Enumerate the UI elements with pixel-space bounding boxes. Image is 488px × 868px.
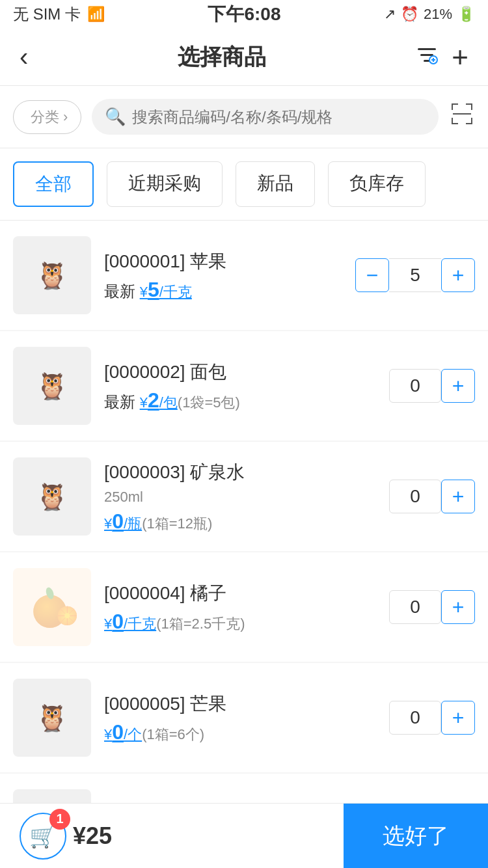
product-name: [0000001] 苹果 (104, 249, 342, 274)
quantity-input[interactable] (389, 701, 441, 735)
category-arrow: › (63, 109, 68, 126)
add-icon[interactable]: + (452, 41, 468, 74)
svg-rect-0 (418, 48, 436, 50)
product-info: [0000005] 芒果 ¥0/个(1箱=6个) (104, 692, 376, 744)
increase-button[interactable]: + (441, 590, 475, 624)
tab-negative[interactable]: 负库存 (328, 161, 426, 207)
nav-left[interactable]: ‹ (20, 42, 28, 72)
product-info: [0000002] 面包 最新 ¥2/包(1袋=5包) (104, 360, 376, 413)
product-image: 🦉 (13, 457, 91, 536)
increase-button[interactable]: + (441, 701, 475, 735)
search-input[interactable] (132, 108, 426, 126)
status-time: 下午6:08 (208, 2, 280, 27)
cart-button[interactable]: 🛒 1 (20, 813, 66, 860)
status-right: ↗ ⏰ 21% 🔋 (384, 6, 475, 23)
list-item: [0000004] 橘子 ¥0/千克(1箱=2.5千克) + (0, 552, 488, 662)
product-info: [0000004] 橘子 ¥0/千克(1箱=2.5千克) (104, 581, 376, 634)
list-item: 🦉 [0000002] 面包 最新 ¥2/包(1袋=5包) + (0, 331, 488, 441)
sim-label: 无 SIM 卡 (13, 4, 81, 25)
product-spec: 250ml (104, 489, 376, 506)
product-price: ¥0/千克(1箱=2.5千克) (104, 610, 376, 634)
product-list: 🦉 [0000001] 苹果 最新 ¥5/千克 − + 🦉 [0000002] … (0, 221, 488, 868)
list-item: 🦉 [0000003] 矿泉水 250ml ¥0/瓶(1箱=12瓶) + (0, 442, 488, 551)
product-name: [0000002] 面包 (104, 360, 376, 385)
product-image: 🦉 (13, 347, 91, 425)
product-name: [0000003] 矿泉水 (104, 460, 376, 485)
cart-total: ¥25 (73, 822, 112, 850)
quantity-control[interactable]: − + (355, 258, 475, 292)
tab-bar: 全部 近期采购 新品 负库存 (0, 148, 488, 221)
quantity-input[interactable] (389, 369, 441, 403)
svg-point-24 (64, 613, 70, 618)
wifi-icon: 📶 (87, 6, 105, 23)
page-title: 选择商品 (178, 42, 266, 72)
status-bar: 无 SIM 卡 📶 下午6:08 ↗ ⏰ 21% 🔋 (0, 0, 488, 29)
alarm-icon: ⏰ (401, 6, 418, 23)
confirm-button[interactable]: 选好了 (344, 804, 488, 868)
list-item: 🦉 [0000005] 芒果 ¥0/个(1箱=6个) + (0, 663, 488, 772)
cart-badge: 1 (49, 809, 70, 830)
placeholder-logo: 🦉 (36, 703, 68, 733)
product-image: 🦉 (13, 236, 91, 314)
svg-rect-11 (452, 118, 453, 124)
tab-all[interactable]: 全部 (13, 161, 94, 207)
svg-rect-14 (453, 113, 471, 115)
svg-rect-7 (452, 103, 453, 110)
filter-bar: 分类 › 🔍 (0, 86, 488, 148)
quantity-control[interactable]: + (389, 480, 475, 513)
svg-rect-1 (420, 54, 433, 56)
product-price: ¥0/瓶(1箱=12瓶) (104, 509, 376, 534)
location-icon: ↗ (384, 6, 396, 23)
search-box[interactable]: 🔍 (92, 99, 439, 135)
svg-rect-13 (471, 118, 472, 124)
quantity-control[interactable]: + (389, 369, 475, 403)
scan-icon[interactable] (449, 101, 475, 133)
bottom-bar: 🛒 1 ¥25 选好了 (0, 803, 488, 868)
quantity-control[interactable]: + (389, 590, 475, 624)
filter-icon[interactable] (415, 43, 439, 72)
list-item: 🦉 [0000001] 苹果 最新 ¥5/千克 − + (0, 221, 488, 330)
category-label: 分类 (31, 107, 59, 127)
battery-label: 21% (424, 6, 452, 23)
product-name: [0000005] 芒果 (104, 692, 376, 716)
placeholder-logo: 🦉 (36, 481, 68, 512)
product-price: 最新 ¥5/千克 (104, 278, 342, 302)
product-image: 🦉 (13, 679, 91, 757)
tab-recent[interactable]: 近期采购 (107, 161, 223, 207)
back-button[interactable]: ‹ (20, 42, 28, 72)
increase-button[interactable]: + (441, 480, 475, 513)
increase-button[interactable]: + (441, 369, 475, 403)
placeholder-logo: 🦉 (36, 260, 68, 291)
product-info: [0000003] 矿泉水 250ml ¥0/瓶(1箱=12瓶) (104, 460, 376, 534)
cart-section[interactable]: 🛒 1 ¥25 (0, 813, 344, 860)
tab-new[interactable]: 新品 (236, 161, 315, 207)
nav-right[interactable]: + (415, 41, 468, 74)
decrease-button[interactable]: − (355, 258, 389, 292)
quantity-control[interactable]: + (389, 701, 475, 735)
search-icon: 🔍 (105, 107, 126, 127)
quantity-input[interactable] (389, 480, 441, 513)
product-name: [0000004] 橘子 (104, 581, 376, 606)
category-button[interactable]: 分类 › (13, 100, 81, 134)
product-price: 最新 ¥2/包(1袋=5包) (104, 388, 376, 413)
svg-rect-9 (471, 103, 472, 110)
increase-button[interactable]: + (441, 258, 475, 292)
product-price: ¥0/个(1箱=6个) (104, 720, 376, 744)
status-left: 无 SIM 卡 📶 (13, 4, 105, 25)
quantity-input[interactable] (389, 258, 441, 292)
product-info: [0000001] 苹果 最新 ¥5/千克 (104, 249, 342, 302)
battery-icon: 🔋 (457, 6, 475, 23)
product-image (13, 568, 91, 646)
quantity-input[interactable] (389, 590, 441, 624)
nav-bar: ‹ 选择商品 + (0, 29, 488, 86)
placeholder-logo: 🦉 (36, 371, 68, 401)
